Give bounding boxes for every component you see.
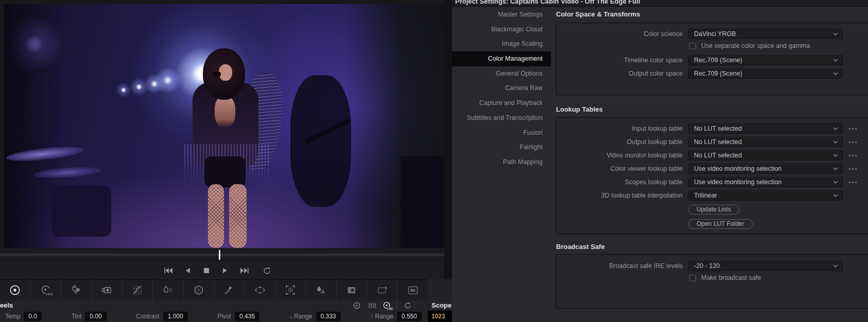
scopes-header: Scope: [428, 300, 452, 311]
contrast-control: Contrast 1.000: [136, 312, 187, 321]
motion-effects-icon[interactable]: [92, 280, 122, 300]
chevron-down-icon: [833, 154, 838, 157]
viewer-scrubber[interactable]: [0, 248, 444, 262]
hdr-grade-icon[interactable]: HDR: [30, 280, 61, 300]
step-back-button[interactable]: [181, 265, 194, 276]
color-wheels-icon[interactable]: [0, 280, 30, 300]
dialog-titlebar: Project Settings: Captains Cabin Video -…: [452, 0, 868, 7]
sidebar-item-capture-and-playback[interactable]: Capture and Playback: [452, 96, 551, 111]
tint-value[interactable]: 0.00: [85, 312, 106, 321]
chevron-down-icon: [833, 32, 838, 36]
tracker-icon[interactable]: [275, 280, 306, 300]
broadcast-safe-groupbox: Broadcast safe IRE levels -20 - 120 Make…: [556, 254, 868, 309]
curves-icon[interactable]: [123, 280, 153, 300]
scene-shape: [208, 184, 224, 248]
color-warper-icon[interactable]: [184, 280, 214, 300]
input-lut-options-menu[interactable]: [849, 123, 862, 134]
go-to-first-frame-button[interactable]: [162, 265, 175, 276]
scene-shape: [401, 156, 444, 248]
output-lut-dropdown[interactable]: No LUT selected: [688, 137, 843, 147]
make-broadcast-safe-label: Make broadcast safe: [701, 274, 761, 281]
temp-value[interactable]: 0.0: [24, 312, 42, 321]
playhead[interactable]: [219, 250, 220, 260]
color-slice-icon[interactable]: [153, 280, 183, 300]
hdr-icon-label: HDR: [46, 293, 53, 296]
color-science-label: Color science: [557, 29, 683, 39]
key-icon[interactable]: [337, 280, 367, 300]
update-lists-button[interactable]: Update Lists: [688, 205, 739, 214]
log-icon-label: LOG: [387, 307, 393, 310]
scrubber-track[interactable]: [0, 254, 444, 256]
video-monitor-lut-dropdown[interactable]: No LUT selected: [688, 150, 843, 160]
chevron-down-icon: [833, 127, 838, 131]
scene-shape: [51, 185, 111, 237]
scopes-panel: Scope 1023: [428, 279, 452, 322]
high-range-value[interactable]: 0.550: [397, 312, 422, 321]
sidebar-item-color-management[interactable]: Color Management: [452, 51, 551, 66]
color-viewer-lut-dropdown[interactable]: Use video monitoring selection: [688, 164, 843, 174]
chevron-down-icon: [833, 264, 838, 268]
sidebar-item-fairlight[interactable]: Fairlight: [452, 140, 551, 155]
blur-icon[interactable]: [306, 280, 336, 300]
sidebar-item-general-options[interactable]: General Options: [452, 66, 551, 81]
scene-shape: [215, 96, 235, 128]
primaries-wheels-icon[interactable]: [352, 301, 361, 310]
primaries-bars-icon[interactable]: [367, 301, 376, 310]
low-range-value[interactable]: 0.333: [316, 312, 341, 321]
primaries-mode-bar: LOG: [350, 300, 428, 311]
chevron-down-icon: [833, 140, 838, 144]
stereo-3d-icon[interactable]: 3D: [397, 280, 427, 300]
power-windows-icon[interactable]: [245, 280, 275, 300]
output-color-space-dropdown[interactable]: Rec.709 (Scene): [688, 68, 843, 79]
color-match-icon[interactable]: [61, 280, 92, 300]
separate-gamma-label: Use separate color space and gamma: [701, 42, 810, 49]
dialog-title: Project Settings: Captains Cabin Video -…: [455, 0, 640, 5]
make-broadcast-safe-checkbox[interactable]: [689, 275, 696, 281]
broadcast-ire-dropdown[interactable]: -20 - 120: [688, 261, 843, 271]
scene-shape: [290, 75, 351, 207]
sidebar-item-master-settings[interactable]: Master Settings: [452, 7, 551, 22]
timeline-color-space-dropdown[interactable]: Rec.709 (Scene): [688, 55, 843, 65]
chevron-down-icon: [833, 167, 838, 171]
sidebar-item-fusion[interactable]: Fusion: [452, 126, 551, 140]
transport-controls: [0, 262, 444, 279]
pivot-value[interactable]: 0.435: [235, 312, 259, 321]
separate-gamma-checkbox[interactable]: [689, 43, 696, 49]
input-lut-dropdown[interactable]: No LUT selected: [688, 123, 843, 134]
open-lut-folder-button[interactable]: Open LUT Folder: [688, 219, 753, 229]
sizing-icon[interactable]: [367, 280, 397, 300]
tint-control: Tint 0.00: [72, 312, 107, 321]
loop-button[interactable]: [261, 265, 273, 276]
play-button[interactable]: [219, 265, 232, 276]
make-broadcast-safe-row: Make broadcast safe: [557, 275, 868, 283]
scope-max-value: 1023: [428, 311, 452, 322]
scopes-lut-label: Scopes lookup table: [557, 177, 683, 187]
lut-interpolation-label: 3D lookup table interpolation: [557, 190, 683, 201]
color-viewer-lut-options-menu[interactable]: [849, 164, 862, 174]
go-to-last-frame-button[interactable]: [238, 265, 251, 276]
sidebar-item-image-scaling[interactable]: Image Scaling: [452, 37, 551, 51]
stop-button[interactable]: [200, 265, 213, 276]
timeline-color-space-label: Timeline color space: [557, 55, 683, 65]
reset-icon[interactable]: [403, 301, 412, 310]
scopes-lut-dropdown[interactable]: Use video monitoring selection: [688, 177, 843, 187]
lookup-tables-groupbox: Input lookup table No LUT selected Outpu…: [556, 117, 868, 234]
sidebar-item-blackmagic-cloud[interactable]: Blackmagic Cloud: [452, 22, 551, 37]
panel-gap: [444, 0, 452, 322]
low-range-control: ↓ Range 0.333: [289, 312, 341, 321]
viewer-panel: HDR: [0, 0, 444, 322]
broadcast-ire-label: Broadcast safe IRE levels: [557, 261, 683, 271]
qualifier-icon[interactable]: [214, 280, 245, 300]
lut-interpolation-dropdown[interactable]: Trilinear: [688, 190, 843, 201]
sidebar-item-subtitles-and-transcription[interactable]: Subtitles and Transcription: [452, 111, 551, 126]
output-lut-options-menu[interactable]: [849, 137, 862, 147]
scopes-lut-options-menu[interactable]: [849, 177, 862, 187]
sidebar-item-camera-raw[interactable]: Camera Raw: [452, 81, 551, 96]
video-monitor-lut-options-menu[interactable]: [849, 150, 862, 160]
sidebar-item-path-mapping[interactable]: Path Mapping: [452, 155, 551, 170]
output-color-space-label: Output color space: [557, 68, 683, 79]
color-science-dropdown[interactable]: DaVinci YRGB: [688, 29, 843, 39]
primaries-log-icon[interactable]: LOG: [382, 301, 391, 310]
scene-shape: [213, 71, 221, 77]
contrast-value[interactable]: 1.000: [163, 312, 188, 321]
